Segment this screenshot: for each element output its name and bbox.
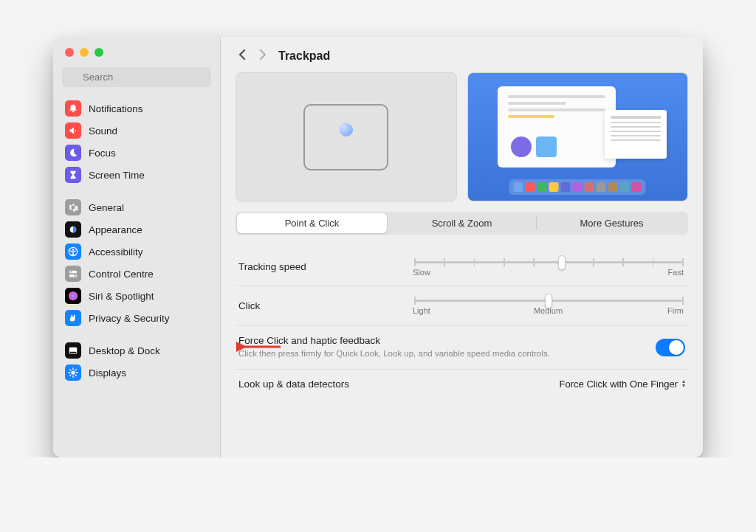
trackpad-preview xyxy=(236,72,457,201)
toggles-icon xyxy=(65,266,81,282)
search-container xyxy=(53,64,220,94)
siri-icon xyxy=(65,288,81,304)
dock-app-icon xyxy=(573,182,583,192)
row-force-click: Force Click and haptic feedback Click th… xyxy=(236,326,688,370)
lookup-select[interactable]: Force Click with One Finger ▴▾ xyxy=(560,379,685,390)
preview-row: ➤ xyxy=(236,72,688,201)
sidebar-item-label: Accessibility xyxy=(89,246,143,258)
click-label-firm: Firm xyxy=(667,306,684,315)
sun-icon xyxy=(65,365,81,381)
sidebar-item-notifications[interactable]: Notifications xyxy=(61,97,213,120)
bell-icon xyxy=(65,100,81,117)
system-settings-window: NotificationsSoundFocusScreen TimeGenera… xyxy=(53,37,703,457)
sidebar-item-screentime[interactable]: Screen Time xyxy=(61,164,213,186)
sidebar-item-label: Screen Time xyxy=(89,170,145,181)
svg-line-17 xyxy=(70,370,71,370)
tracking-speed-label: Tracking speed xyxy=(238,261,401,272)
content-pane: Trackpad ➤ xyxy=(221,37,703,457)
sidebar-item-label: Desktop & Dock xyxy=(89,345,160,356)
window-controls xyxy=(53,37,220,64)
nav-back-button[interactable] xyxy=(237,49,247,63)
sidebar-item-controlcentre[interactable]: Control Centre xyxy=(61,263,213,285)
svg-point-7 xyxy=(70,271,72,272)
svg-point-8 xyxy=(74,274,75,276)
tracking-min-label: Slow xyxy=(413,268,430,277)
sidebar-item-appearance[interactable]: Appearance xyxy=(61,218,213,241)
dock-icon xyxy=(65,342,81,359)
lookup-value: Force Click with One Finger xyxy=(560,379,678,390)
sidebar-item-general[interactable]: General xyxy=(61,196,213,218)
dock-app-icon xyxy=(620,182,630,192)
sidebar-item-label: Focus xyxy=(89,148,116,159)
svg-point-9 xyxy=(69,291,78,300)
search-input[interactable] xyxy=(62,67,211,87)
dock-app-icon xyxy=(585,182,594,192)
dock-app-icon xyxy=(597,182,606,192)
demo-window-icon xyxy=(498,86,616,167)
dock-app-icon xyxy=(632,182,642,192)
tracking-max-label: Fast xyxy=(668,268,684,277)
sidebar-item-label: Sound xyxy=(89,125,117,137)
sidebar-item-privacy[interactable]: Privacy & Security xyxy=(61,307,213,329)
svg-point-4 xyxy=(72,249,75,251)
speaker-icon xyxy=(65,122,81,139)
fullscreen-window-button[interactable] xyxy=(94,48,103,57)
row-lookup: Look up & data detectors Force Click wit… xyxy=(236,370,688,398)
hourglass-icon xyxy=(65,167,81,183)
page-title: Trackpad xyxy=(278,49,330,63)
force-click-toggle[interactable] xyxy=(656,339,685,356)
dock-app-icon xyxy=(549,182,559,192)
sidebar-item-sound[interactable]: Sound xyxy=(61,120,213,142)
sidebar-item-label: Siri & Spotlight xyxy=(89,291,154,302)
toolbar: Trackpad xyxy=(221,37,703,72)
sidebar-item-label: Privacy & Security xyxy=(89,313,170,324)
tab-more-gestures[interactable]: More Gestures xyxy=(537,213,687,233)
svg-line-18 xyxy=(75,375,76,376)
chevron-updown-icon: ▴▾ xyxy=(682,379,685,388)
sidebar: NotificationsSoundFocusScreen TimeGenera… xyxy=(53,37,221,457)
click-label-medium: Medium xyxy=(534,306,563,315)
appearance-icon xyxy=(65,221,81,238)
lookup-label: Look up & data detectors xyxy=(238,379,549,390)
settings-scroll: ➤ Point & ClickScroll & ZoomMore Gesture… xyxy=(221,72,703,457)
sidebar-item-accessibility[interactable]: Accessibility xyxy=(61,241,213,263)
tracking-speed-slider[interactable]: Slow Fast xyxy=(411,257,685,277)
click-label-light: Light xyxy=(413,306,430,315)
tab-bar: Point & ClickScroll & ZoomMore Gestures xyxy=(236,212,688,235)
force-click-description: Click then press firmly for Quick Look, … xyxy=(238,348,645,360)
demo-dock-icon xyxy=(509,179,646,195)
sidebar-list: NotificationsSoundFocusScreen TimeGenera… xyxy=(53,94,220,457)
sidebar-item-siri[interactable]: Siri & Spotlight xyxy=(61,285,213,307)
svg-point-12 xyxy=(71,370,75,374)
row-tracking-speed: Tracking speed Slow Fast xyxy=(236,248,688,286)
sidebar-item-label: Notifications xyxy=(89,103,143,114)
trackpad-icon xyxy=(303,104,388,170)
click-label: Click xyxy=(238,300,401,311)
tab-scroll-zoom[interactable]: Scroll & Zoom xyxy=(387,213,537,233)
sidebar-item-label: Appearance xyxy=(89,224,142,235)
sidebar-item-label: General xyxy=(89,202,124,213)
sidebar-item-label: Control Centre xyxy=(89,269,154,280)
dock-app-icon xyxy=(608,182,618,192)
close-window-button[interactable] xyxy=(65,48,74,57)
dock-app-icon xyxy=(514,182,523,192)
sidebar-item-desktop[interactable]: Desktop & Dock xyxy=(61,339,213,362)
minimize-window-button[interactable] xyxy=(80,48,89,57)
sidebar-item-label: Displays xyxy=(89,367,126,379)
sidebar-item-focus[interactable]: Focus xyxy=(61,142,213,164)
row-click: Click LightMediumFirm xyxy=(236,286,688,326)
tab-point-click[interactable]: Point & Click xyxy=(237,213,387,233)
tracking-speed-thumb[interactable] xyxy=(558,255,566,270)
hand-icon xyxy=(65,310,81,326)
demo-popup-icon xyxy=(605,110,667,159)
svg-rect-11 xyxy=(70,352,77,353)
finger-indicator-icon xyxy=(340,123,353,137)
dock-app-icon xyxy=(537,182,547,192)
click-slider[interactable]: LightMediumFirm xyxy=(411,295,685,317)
dock-app-icon xyxy=(561,182,571,192)
gear-icon xyxy=(65,199,81,215)
accessibility-icon xyxy=(65,243,81,260)
sidebar-item-displays[interactable]: Displays xyxy=(61,362,213,384)
nav-forward-button[interactable] xyxy=(258,49,268,63)
moon-icon xyxy=(65,145,81,161)
